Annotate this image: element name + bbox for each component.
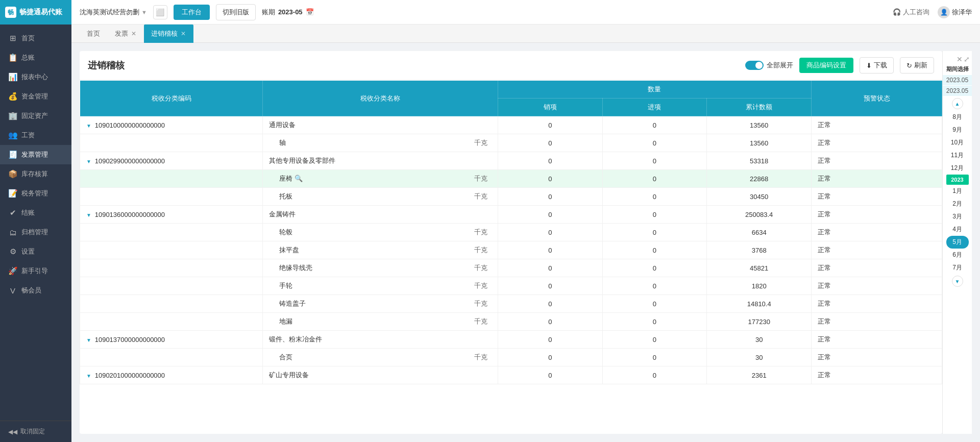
sidebar-item-inventory[interactable]: 📦库存核算 — [0, 164, 71, 184]
row-code — [80, 224, 263, 241]
period-month-item[interactable]: 2023 — [946, 175, 969, 185]
main-area: 沈海英测试经营勿删 ▼ ⬜ 工作台 切到旧版 账期 2023-05 📅 🎧 人工… — [71, 0, 980, 442]
download-btn[interactable]: ⬇ 下载 — [860, 57, 894, 73]
row-unit: 千克 — [474, 138, 487, 148]
period-month-item[interactable]: 11月 — [946, 149, 969, 162]
row-status: 正常 — [812, 188, 942, 206]
period-scroll-up-btn[interactable]: ▲ — [952, 98, 963, 109]
tab-label-invoice: 发票 — [115, 29, 128, 38]
sidebar-item-tax[interactable]: 📝税务管理 — [0, 184, 71, 203]
sidebar-unpin[interactable]: ◀◀ 取消固定 — [0, 421, 71, 442]
row-purchase: 0 — [602, 313, 707, 331]
sidebar-item-assets[interactable]: 🏢固定资产 — [0, 106, 71, 126]
logo-icon: 畅 — [5, 7, 16, 18]
search-icon[interactable]: 🔍 — [295, 175, 303, 182]
workspace-button[interactable]: 工作台 — [174, 5, 210, 20]
sidebar-item-home[interactable]: ⊞首页 — [0, 29, 71, 48]
user-menu[interactable]: 👤 徐泽华 — [938, 6, 972, 18]
product-code-btn[interactable]: 商品编码设置 — [799, 58, 853, 73]
company-selector[interactable]: 沈海英测试经营勿删 ▼ — [80, 8, 147, 17]
sidebar-icon-settings: ⚙ — [8, 247, 17, 256]
row-name: 托板 千克 — [263, 188, 498, 206]
period-month-item[interactable]: 3月 — [946, 210, 969, 223]
sidebar-label-settings: 设置 — [21, 247, 35, 256]
sidebar-label-inventory: 库存核算 — [21, 169, 48, 179]
help-button[interactable]: 🎧 人工咨询 — [893, 8, 929, 17]
sidebar-item-guide[interactable]: 🚀新手引导 — [0, 261, 71, 281]
period-month-item[interactable]: 2月 — [946, 198, 969, 210]
topbar: 沈海英测试经营勿删 ▼ ⬜ 工作台 切到旧版 账期 2023-05 📅 🎧 人工… — [71, 0, 980, 24]
row-purchase: 0 — [602, 366, 707, 384]
sidebar-icon-tax: 📝 — [8, 189, 17, 198]
period-month-item[interactable]: 10月 — [946, 136, 969, 149]
period-scroll-down-btn[interactable]: ▼ — [952, 276, 963, 287]
sidebar-item-fund[interactable]: 💰资金管理 — [0, 87, 71, 106]
download-icon: ⬇ — [866, 62, 872, 69]
sidebar-item-settings[interactable]: ⚙设置 — [0, 242, 71, 261]
sidebar-nav: ⊞首页📋总账📊报表中心💰资金管理🏢固定资产👥工资🧾发票管理📦库存核算📝税务管理✔… — [0, 24, 71, 421]
main-table: 税收分类编码 税收分类名称 数量 预警状态 销项 进项 累计数额 ▼ 10901 — [80, 80, 942, 384]
sidebar-item-settle[interactable]: ✔结账 — [0, 203, 71, 223]
row-status: 正常 — [812, 349, 942, 366]
close-panel-icon[interactable]: ✕ — [957, 55, 963, 63]
expand-toggle[interactable]: 全部展开 — [745, 61, 793, 70]
tab-label-reconcile: 进销稽核 — [151, 29, 178, 38]
period-month-item[interactable]: 12月 — [946, 162, 969, 175]
switch-version-button[interactable]: 切到旧版 — [216, 4, 256, 20]
period-month-item[interactable]: 4月 — [946, 223, 969, 236]
tree-expand-icon[interactable]: ▼ — [86, 123, 93, 129]
row-sales: 0 — [498, 313, 602, 331]
period-top-2: 2023.05 — [943, 86, 972, 96]
save-btn[interactable]: ⬜ — [153, 5, 167, 19]
sidebar-item-invoice[interactable]: 🧾发票管理 — [0, 145, 71, 164]
expand-panel-icon[interactable]: ⤢ — [964, 55, 970, 63]
sidebar-item-vip[interactable]: V畅会员 — [0, 281, 71, 300]
table-row: ▼ 1090299000000000000 其他专用设备及零部件 0 0 533… — [80, 152, 942, 170]
tree-expand-icon[interactable]: ▼ — [86, 159, 93, 164]
row-purchase: 0 — [602, 170, 707, 188]
row-unit: 千克 — [474, 317, 487, 326]
period-month-item[interactable]: 7月 — [946, 261, 969, 274]
sidebar-icon-settle: ✔ — [8, 208, 17, 217]
company-arrow-icon: ▼ — [141, 9, 147, 15]
period-month-item[interactable]: 5月 — [946, 236, 969, 249]
period-month-item[interactable]: 8月 — [946, 111, 969, 124]
table-row: ▼ 1090201000000000000 矿山专用设备 0 0 2361 正常 — [80, 366, 942, 384]
row-code — [80, 259, 263, 277]
tree-expand-icon[interactable]: ▼ — [86, 212, 93, 218]
sidebar-label-vip: 畅会员 — [21, 286, 41, 295]
table-row: 合页 千克 0 0 30 正常 — [80, 349, 942, 366]
sidebar-label-fund: 资金管理 — [21, 92, 48, 101]
sidebar-item-payroll[interactable]: 👥工资 — [0, 126, 71, 145]
tab-close-invoice[interactable]: ✕ — [131, 30, 136, 37]
sidebar-item-ledger[interactable]: 📋总账 — [0, 48, 71, 67]
row-purchase: 0 — [602, 188, 707, 206]
sidebar-label-ledger: 总账 — [21, 53, 35, 62]
toggle-track[interactable] — [745, 61, 764, 70]
tab-reconcile[interactable]: 进销稽核✕ — [144, 24, 193, 43]
sidebar-item-archive[interactable]: 🗂归档管理 — [0, 223, 71, 242]
tree-expand-icon[interactable]: ▼ — [86, 373, 93, 379]
row-sales: 0 — [498, 349, 602, 366]
sidebar-icon-report: 📊 — [8, 72, 17, 82]
row-total: 53318 — [707, 152, 812, 170]
page-header: 进销稽核 全部展开 商品编码设置 ⬇ 下载 ↻ 刷 — [80, 51, 942, 80]
row-purchase: 0 — [602, 134, 707, 152]
row-status: 正常 — [812, 152, 942, 170]
tab-invoice[interactable]: 发票✕ — [108, 24, 144, 43]
row-unit: 千克 — [474, 228, 487, 237]
row-total: 6634 — [707, 224, 812, 241]
row-sales: 0 — [498, 224, 602, 241]
tab-close-reconcile[interactable]: ✕ — [181, 30, 186, 37]
tab-home[interactable]: 首页 — [80, 24, 108, 43]
row-purchase: 0 — [602, 331, 707, 349]
calendar-icon[interactable]: 📅 — [306, 8, 314, 16]
row-sales: 0 — [498, 152, 602, 170]
refresh-btn[interactable]: ↻ 刷新 — [900, 57, 934, 73]
sidebar-item-report[interactable]: 📊报表中心 — [0, 67, 71, 87]
period-month-item[interactable]: 1月 — [946, 185, 969, 198]
period-month-item[interactable]: 9月 — [946, 124, 969, 136]
toggle-thumb — [755, 62, 763, 69]
tree-expand-icon[interactable]: ▼ — [86, 337, 93, 343]
period-month-item[interactable]: 6月 — [946, 249, 969, 261]
